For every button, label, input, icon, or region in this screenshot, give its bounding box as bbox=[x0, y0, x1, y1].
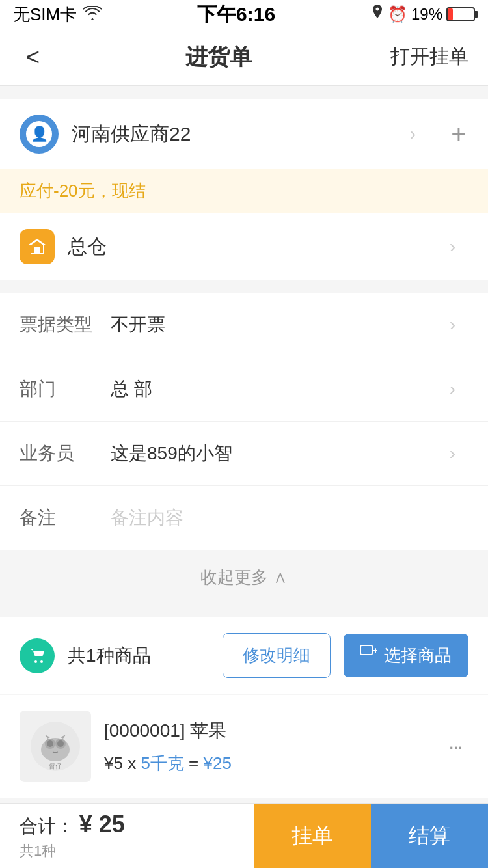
battery-icon bbox=[446, 7, 475, 21]
svg-rect-0 bbox=[34, 247, 40, 253]
sales-chevron-icon: › bbox=[437, 443, 468, 464]
supplier-name: 河南供应商22 bbox=[72, 121, 397, 148]
carrier-text: 无SIM卡 bbox=[13, 3, 77, 26]
product-info: [0000001] 苹果 ¥5 x 5千克 = ¥25 bbox=[104, 718, 429, 775]
wifi-icon bbox=[83, 5, 102, 25]
battery-percent: 19% bbox=[411, 5, 442, 23]
total-label: 合计： bbox=[20, 816, 74, 836]
products-header: 共1种商品 修改明细 选择商品 bbox=[0, 617, 488, 694]
total-section: 合计： ¥ 25 共1种 bbox=[0, 811, 254, 861]
price-value: ¥5 bbox=[104, 753, 123, 773]
invoice-value: 不开票 bbox=[98, 312, 437, 337]
total-main: 合计： ¥ 25 bbox=[20, 811, 234, 839]
svg-point-5 bbox=[41, 738, 70, 761]
dept-label: 部门 bbox=[20, 377, 98, 401]
product-title-name: 苹果 bbox=[190, 720, 226, 740]
svg-point-1 bbox=[34, 660, 37, 663]
suspend-button[interactable]: 挂单 bbox=[254, 804, 371, 869]
product-item: 督仔 [0000001] 苹果 ¥5 x 5千克 = ¥25 ··· bbox=[0, 695, 488, 798]
supplier-note: 应付-20元，现结 bbox=[0, 169, 488, 213]
product-name: [0000001] 苹果 bbox=[104, 718, 429, 743]
supplier-main[interactable]: 👤 河南供应商22 › bbox=[0, 99, 429, 169]
battery-fill bbox=[448, 8, 453, 20]
svg-point-9 bbox=[57, 740, 64, 747]
location-icon bbox=[371, 5, 384, 24]
total-sub: 共1种 bbox=[20, 841, 234, 861]
dept-value: 总 部 bbox=[98, 377, 437, 401]
add-supplier-button[interactable]: + bbox=[429, 120, 488, 149]
sales-value: 这是859的小智 bbox=[98, 441, 437, 466]
remark-row[interactable]: 备注 备注内容 bbox=[0, 486, 488, 550]
dept-row[interactable]: 部门 总 部 › bbox=[0, 357, 488, 422]
svg-point-8 bbox=[47, 740, 53, 747]
select-products-label: 选择商品 bbox=[384, 644, 452, 667]
nav-bar: < 进货单 打开挂单 bbox=[0, 29, 488, 86]
product-id: [0000001] bbox=[104, 720, 185, 740]
product-price: ¥5 x 5千克 = ¥25 bbox=[104, 752, 429, 775]
bottom-bar: 合计： ¥ 25 共1种 挂单 结算 bbox=[0, 803, 488, 868]
avatar-inner: 👤 bbox=[26, 121, 52, 147]
dept-chevron-icon: › bbox=[437, 379, 468, 400]
owl-logo-icon: 督仔 bbox=[29, 720, 81, 772]
product-thumbnail: 督仔 bbox=[20, 711, 91, 782]
warehouse-chevron-icon: › bbox=[437, 236, 468, 257]
invoice-row[interactable]: 票据类型 不开票 › bbox=[0, 293, 488, 357]
price-qty: 5千克 bbox=[141, 753, 183, 773]
select-icon bbox=[360, 645, 377, 666]
status-time: 下午6:16 bbox=[197, 1, 275, 28]
price-total: ¥25 bbox=[204, 753, 232, 773]
warehouse-icon bbox=[20, 229, 55, 264]
invoice-label: 票据类型 bbox=[20, 312, 98, 337]
remark-label: 备注 bbox=[20, 506, 98, 530]
divider-top bbox=[0, 86, 488, 99]
svg-rect-3 bbox=[360, 645, 372, 655]
product-more-button[interactable]: ··· bbox=[442, 728, 468, 765]
warehouse-section[interactable]: 总仓 › bbox=[0, 213, 488, 280]
sales-row[interactable]: 业务员 这是859的小智 › bbox=[0, 422, 488, 486]
select-products-button[interactable]: 选择商品 bbox=[344, 634, 468, 677]
invoice-chevron-icon: › bbox=[437, 314, 468, 335]
modify-detail-button[interactable]: 修改明细 bbox=[223, 633, 331, 678]
price-equals: = bbox=[189, 753, 203, 773]
supplier-section: 👤 河南供应商22 › + bbox=[0, 99, 488, 169]
svg-point-2 bbox=[40, 660, 43, 663]
warehouse-name: 总仓 bbox=[68, 234, 437, 260]
open-suspend-button[interactable]: 打开挂单 bbox=[390, 44, 468, 70]
status-bar: 无SIM卡 下午6:16 ⏰ 19% bbox=[0, 0, 488, 29]
back-button[interactable]: < bbox=[20, 37, 46, 77]
products-icon bbox=[20, 638, 55, 673]
price-multiply: x bbox=[128, 753, 141, 773]
status-right: ⏰ 19% bbox=[371, 5, 475, 24]
checkout-button[interactable]: 结算 bbox=[371, 804, 488, 869]
form-section: 票据类型 不开票 › 部门 总 部 › 业务员 这是859的小智 › 备注 备注… bbox=[0, 293, 488, 550]
collapse-bar[interactable]: 收起更多 ∧ bbox=[0, 550, 488, 604]
remark-input[interactable]: 备注内容 bbox=[98, 506, 468, 530]
status-left: 无SIM卡 bbox=[13, 3, 102, 26]
total-amount: ¥ 25 bbox=[79, 811, 125, 837]
supplier-chevron-icon: › bbox=[397, 124, 429, 144]
sales-label: 业务员 bbox=[20, 441, 98, 466]
supplier-avatar: 👤 bbox=[20, 115, 59, 154]
svg-text:督仔: 督仔 bbox=[49, 763, 62, 770]
alarm-icon: ⏰ bbox=[388, 5, 407, 23]
products-count: 共1种商品 bbox=[68, 644, 210, 668]
page-title: 进货单 bbox=[185, 42, 252, 72]
